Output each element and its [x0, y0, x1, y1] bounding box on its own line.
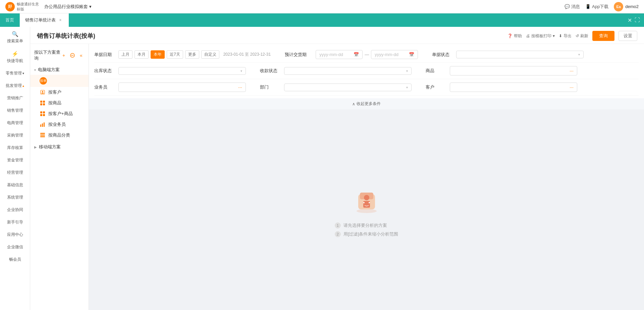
- svg-point-3: [42, 91, 43, 92]
- delivery-status-label: 出库状态: [94, 68, 114, 74]
- setting-button[interactable]: 设置: [619, 31, 637, 41]
- add-scheme-icon[interactable]: +: [60, 52, 67, 59]
- payment-status-arrow-icon: ▾: [406, 69, 408, 73]
- department-select[interactable]: ▾: [284, 84, 412, 91]
- page-header: 销售订单统计表(按单) ❓ 帮助 🖨 按模板打印 ▾ ⬇ 导出 ↺ 刷新: [30, 27, 644, 44]
- mobile-schemes-group: ▶ 移动端方案: [30, 142, 89, 152]
- delivery-status-select[interactable]: ▾: [118, 67, 246, 75]
- sidebar-item-sales[interactable]: 销售管理: [0, 104, 30, 116]
- help-button[interactable]: ❓ 帮助: [507, 33, 522, 39]
- date-btn-custom[interactable]: 自定义: [201, 50, 219, 59]
- date-btn-last-month[interactable]: 上月: [118, 50, 132, 59]
- date-btn-more[interactable]: 更多: [185, 50, 199, 59]
- tip-num-1: 1: [335, 222, 341, 228]
- right-panel: 单据日期 上月 本月 本年 近7天 更多 自定义 2023-01-01 至 20…: [89, 44, 644, 310]
- scheme-item-by-customer-product[interactable]: 按客户+商品: [30, 108, 89, 119]
- sidebar: 🔍 搜索菜单 ⚡ 快捷导航 零售管理 ▾ 批发管理 ▴ 营销推广 销售管理 电商…: [0, 27, 30, 310]
- order-status-label: 单据状态: [432, 52, 452, 58]
- sidebar-item-basicinfo[interactable]: 基础信息: [0, 178, 30, 191]
- sidebar-item-newuser[interactable]: 新手引导: [0, 215, 30, 228]
- scheme-item-by-salesperson[interactable]: 按业务员: [30, 119, 89, 130]
- app-selector[interactable]: 办公用品行业模拟账套 ▾: [42, 2, 94, 11]
- top-bar: 好 畅捷通好生意 标版 办公用品行业模拟账套 ▾ 💬 消息 📱 App下载 Ea…: [0, 0, 644, 13]
- salesperson-scheme-icon: [40, 121, 46, 127]
- salesperson-more-icon[interactable]: ···: [238, 85, 242, 90]
- sidebar-item-member[interactable]: 畅会员: [0, 253, 30, 265]
- payment-status-label: 收款状态: [260, 68, 280, 74]
- sidebar-item-enterprise[interactable]: 企业协同: [0, 203, 30, 215]
- refresh-button[interactable]: ↺ 刷新: [576, 33, 588, 39]
- top-bar-left: 好 畅捷通好生意 标版 办公用品行业模拟账套 ▾: [5, 2, 94, 11]
- scheme-item-by-category[interactable]: 按商品分类: [30, 130, 89, 141]
- payment-status-select[interactable]: ▾: [284, 67, 412, 75]
- svg-rect-11: [43, 114, 45, 116]
- empty-tip-1: 1 请先选择要分析的方案: [335, 222, 398, 228]
- quicknav-icon: ⚡: [2, 51, 28, 57]
- tab-bar: 首页 销售订单统计表 × ✕ ⛶: [0, 13, 644, 27]
- export-button[interactable]: ⬇ 导出: [559, 33, 572, 39]
- message-icon: 💬: [565, 4, 570, 9]
- sidebar-item-wholesale[interactable]: 批发管理 ▴: [0, 79, 30, 91]
- sidebar-item-inventory[interactable]: 库存核算: [0, 141, 30, 153]
- scheme-item-by-customer[interactable]: 按客户: [30, 87, 89, 98]
- scheme-item-by-product[interactable]: 按商品: [30, 98, 89, 108]
- edit-scheme-icon[interactable]: ✏: [69, 52, 76, 59]
- user-area[interactable]: Ea demo2: [614, 2, 639, 11]
- print-button[interactable]: 🖨 按模板打印 ▾: [526, 33, 555, 39]
- sidebar-item-appcenter[interactable]: 应用中心: [0, 228, 30, 240]
- sidebar-item-wechat[interactable]: 企业微信: [0, 240, 30, 253]
- svg-text:✏: ✏: [71, 54, 74, 57]
- filter-row-3: 业务员 ··· 部门 ▾ 客户 ···: [94, 79, 639, 96]
- sidebar-item-ecommerce[interactable]: 电商管理: [0, 116, 30, 128]
- tab-sales-order-stats[interactable]: 销售订单统计表 ×: [20, 13, 69, 27]
- customer-select[interactable]: ···: [450, 83, 577, 92]
- date-btn-this-month[interactable]: 本月: [135, 50, 149, 59]
- salesperson-label: 业务员: [94, 84, 114, 90]
- desktop-schemes-group: ▾ 电脑端方案 按单 按客户: [30, 65, 89, 141]
- scheme-item-by-order[interactable]: 按单: [30, 75, 89, 87]
- logo-area: 好 畅捷通好生意 标版: [5, 2, 39, 11]
- delivery-date-from[interactable]: yyyy-mm-dd 📅: [316, 50, 363, 59]
- customer-more-icon[interactable]: ···: [570, 85, 574, 90]
- collapse-bar[interactable]: ∧ 收起更多条件: [89, 98, 644, 109]
- sidebar-item-finance[interactable]: 资金管理: [0, 153, 30, 166]
- app-download-button[interactable]: 📱 App下载: [585, 4, 608, 10]
- date-btn-7days[interactable]: 近7天: [167, 50, 183, 59]
- order-status-select[interactable]: ▾: [456, 51, 584, 58]
- query-button[interactable]: 查询: [592, 31, 614, 41]
- collapse-scheme-icon[interactable]: «: [78, 52, 85, 59]
- expand-icon[interactable]: ⛶: [635, 17, 640, 23]
- message-button[interactable]: 💬 消息: [565, 4, 580, 10]
- sidebar-item-retail[interactable]: 零售管理 ▾: [0, 66, 30, 79]
- salesperson-select[interactable]: ···: [118, 83, 246, 92]
- sidebar-item-system[interactable]: 系统管理: [0, 191, 30, 203]
- scheme-actions: + ✏ «: [60, 52, 85, 59]
- tab-bar-right: ✕ ⛶: [628, 17, 644, 23]
- date-btn-this-year[interactable]: 本年: [151, 50, 165, 59]
- close-window-icon[interactable]: ✕: [628, 17, 632, 23]
- product-select[interactable]: ···: [450, 66, 577, 75]
- sidebar-item-marketing[interactable]: 营销推广: [0, 91, 30, 104]
- department-label: 部门: [260, 84, 280, 90]
- svg-rect-13: [42, 123, 43, 127]
- mobile-group-title[interactable]: ▶ 移动端方案: [30, 142, 89, 152]
- sidebar-item-search[interactable]: 🔍 搜索菜单: [0, 27, 30, 47]
- tip-num-2: 2: [335, 231, 341, 237]
- logo-text: 畅捷通好生意 标版: [17, 2, 39, 11]
- customer-scheme-icon: [40, 89, 46, 95]
- sidebar-item-purchase[interactable]: 采购管理: [0, 128, 30, 141]
- tab-home[interactable]: 首页: [0, 13, 20, 27]
- desktop-group-title[interactable]: ▾ 电脑端方案: [30, 65, 89, 75]
- product-more-icon[interactable]: ···: [570, 68, 574, 73]
- scheme-header: 按以下方案查询 + ✏ «: [30, 47, 89, 63]
- svg-rect-4: [40, 101, 42, 103]
- svg-point-23: [363, 202, 365, 203]
- content-area: 销售订单统计表(按单) ❓ 帮助 🖨 按模板打印 ▾ ⬇ 导出 ↺ 刷新: [30, 27, 644, 310]
- sidebar-item-operations[interactable]: 经营管理: [0, 166, 30, 178]
- empty-tip-2: 2 用[过滤]条件来缩小分析范围: [335, 231, 398, 237]
- tab-close-icon[interactable]: ×: [58, 17, 63, 23]
- search-icon: 🔍: [2, 31, 28, 37]
- delivery-date-to[interactable]: yyyy-mm-dd 📅: [371, 50, 418, 59]
- main-layout: 🔍 搜索菜单 ⚡ 快捷导航 零售管理 ▾ 批发管理 ▴ 营销推广 销售管理 电商…: [0, 27, 644, 310]
- sidebar-item-quicknav[interactable]: ⚡ 快捷导航: [0, 47, 30, 66]
